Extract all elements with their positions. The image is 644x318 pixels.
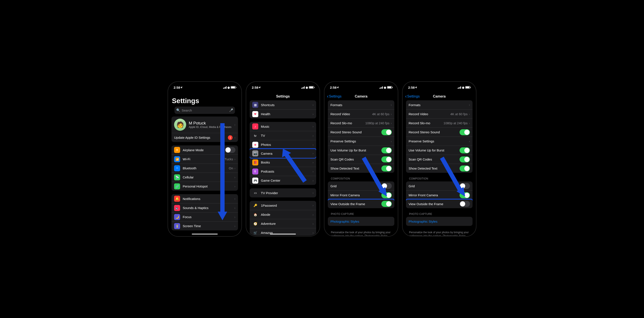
row-label: Record Video	[330, 112, 372, 116]
settings-row[interactable]: Preserve Settings›	[328, 137, 394, 146]
chevron-icon: ›	[234, 215, 236, 219]
toggle[interactable]	[460, 165, 470, 172]
toggle[interactable]	[382, 147, 392, 153]
settings-row[interactable]: 🔗Personal Hotspot›	[172, 182, 238, 191]
row-label: Record Slo-mo	[330, 121, 366, 125]
row-value: 1080p at 240 fps	[444, 121, 468, 125]
settings-row[interactable]: Mirror Front Camera	[328, 191, 394, 200]
toggle[interactable]	[382, 156, 392, 162]
app-icon: tv	[252, 133, 258, 139]
settings-row[interactable]: ▦Shortcuts›	[250, 100, 316, 109]
row-value: Tucks	[224, 157, 233, 161]
profile-group: 🧑 M Potuck Apple ID, iCloud, Media & Pur…	[172, 116, 238, 142]
chevron-icon: ›	[469, 121, 470, 125]
toggle[interactable]	[382, 183, 392, 189]
settings-row[interactable]: Grid	[406, 181, 472, 191]
settings-row[interactable]: View Outside the Frame	[406, 199, 472, 208]
settings-row[interactable]: Preserve Settings›	[406, 137, 472, 146]
row-label: TV	[261, 134, 312, 137]
settings-row[interactable]: Record Video4K at 60 fps›	[328, 109, 394, 118]
settings-row[interactable]: 🎙Podcasts›	[250, 167, 316, 176]
search-icon: 🔍	[176, 108, 180, 112]
settings-row[interactable]: 📡Cellular›	[172, 173, 238, 182]
toggle[interactable]	[460, 201, 470, 207]
settings-row[interactable]: ✈Airplane Mode	[172, 145, 238, 154]
battery-icon	[309, 86, 314, 89]
row-value: 4K at 60 fps	[372, 112, 390, 116]
toggle[interactable]	[460, 129, 470, 135]
settings-row[interactable]: Show Detected Text	[328, 164, 394, 173]
camera-main-group: Formats›Record Video4K at 60 fps›Record …	[406, 100, 472, 173]
toggle[interactable]	[225, 147, 236, 153]
profile-row[interactable]: 🧑 M Potuck Apple ID, iCloud, Media & Pur…	[172, 116, 238, 133]
group-apple-apps: ♪Music›tvTV›❀Photos›📷Camera›📕Books›🎙Podc…	[250, 122, 316, 185]
back-label: Settings	[329, 94, 342, 98]
settings-row[interactable]: 🔑1Password›	[250, 201, 316, 210]
settings-row[interactable]: 🏠Abode›	[250, 210, 316, 219]
settings-row[interactable]: 🌙Focus›	[172, 212, 238, 221]
mic-icon[interactable]: 🎤	[229, 108, 233, 112]
settings-row[interactable]: Scan QR Codes	[328, 155, 394, 164]
update-apple-id-row[interactable]: Update Apple ID Settings 1 ›	[172, 133, 238, 142]
settings-row[interactable]: ⏳Screen Time›	[172, 221, 238, 230]
toggle[interactable]	[460, 183, 470, 189]
chevron-icon: ›	[234, 197, 236, 200]
settings-row[interactable]: 🛒Amazon›	[250, 228, 316, 236]
settings-row[interactable]: ♪Music›	[250, 122, 316, 131]
back-button[interactable]: ‹ Settings	[405, 94, 420, 99]
notch	[345, 82, 377, 88]
settings-row[interactable]: ❀Photos›	[250, 140, 316, 149]
row-value: 4K at 60 fps	[450, 112, 468, 116]
settings-row[interactable]: ⌔BluetoothOn›	[172, 164, 238, 173]
settings-row[interactable]: ▭TV Provider›	[250, 188, 316, 197]
home-indicator[interactable]	[270, 234, 296, 235]
nav-title: Settings	[276, 94, 290, 98]
settings-row[interactable]: 🧭Adventure›	[250, 219, 316, 228]
row-label: Game Center	[261, 179, 312, 182]
settings-row[interactable]: Formats›	[406, 100, 472, 109]
settings-row[interactable]: 📷Camera›	[250, 148, 316, 159]
settings-row[interactable]: Scan QR Codes	[406, 155, 472, 164]
toggle[interactable]	[382, 165, 392, 172]
location-icon: ➤	[258, 86, 262, 89]
toggle[interactable]	[382, 192, 392, 198]
wifi-icon: ◉	[306, 86, 308, 89]
settings-row[interactable]: View Outside the Frame	[328, 199, 394, 208]
search-input[interactable]: 🔍 Search 🎤	[174, 107, 235, 114]
photographic-styles-row[interactable]: Photographic Styles	[406, 217, 472, 226]
settings-row[interactable]: Use Volume Up for Burst	[406, 146, 472, 155]
settings-row[interactable]: ❤Health›	[250, 109, 316, 118]
settings-row[interactable]: Record Slo-mo1080p at 240 fps›	[328, 118, 394, 127]
toggle[interactable]	[460, 156, 470, 162]
camera-main-group: Formats›Record Video4K at 60 fps›Record …	[328, 100, 394, 173]
settings-row[interactable]: Record Video4K at 60 fps›	[406, 109, 472, 118]
settings-row[interactable]: Record Stereo Sound	[406, 127, 472, 137]
settings-row[interactable]: Record Slo-mo1080p at 240 fps›	[406, 118, 472, 127]
settings-row[interactable]: 🔈Sounds & Haptics›	[172, 203, 238, 212]
row-label: Record Stereo Sound	[330, 130, 382, 134]
section-header-composition: Composition	[406, 176, 472, 181]
settings-row[interactable]: 📕Books›	[250, 158, 316, 167]
settings-row[interactable]: Formats›	[328, 100, 394, 109]
settings-row[interactable]: Record Stereo Sound	[328, 127, 394, 137]
status-time: 2:58	[252, 86, 258, 89]
row-label: Formats	[408, 103, 469, 107]
toggle[interactable]	[382, 129, 392, 135]
settings-row[interactable]: tvTV›	[250, 131, 316, 140]
row-label: View Outside the Frame	[408, 202, 460, 206]
location-icon: ➤	[180, 86, 184, 89]
settings-row[interactable]: Use Volume Up for Burst	[328, 146, 394, 155]
settings-row[interactable]: 📶Wi-FiTucks›	[172, 154, 238, 164]
back-button[interactable]: ‹ Settings	[327, 94, 342, 99]
toggle[interactable]	[460, 147, 470, 153]
settings-row[interactable]: Show Detected Text	[406, 164, 472, 173]
settings-row[interactable]: Mirror Front Camera	[406, 191, 472, 200]
photographic-styles-row[interactable]: Photographic Styles	[328, 217, 394, 226]
home-indicator[interactable]	[192, 234, 218, 235]
settings-row[interactable]: 🔔Notifications›	[172, 194, 238, 203]
row-label: Notifications	[183, 197, 234, 201]
settings-row[interactable]: Grid	[328, 181, 394, 191]
settings-row[interactable]: 🎮Game Center›	[250, 176, 316, 185]
toggle[interactable]	[460, 192, 470, 198]
toggle[interactable]	[382, 201, 392, 207]
